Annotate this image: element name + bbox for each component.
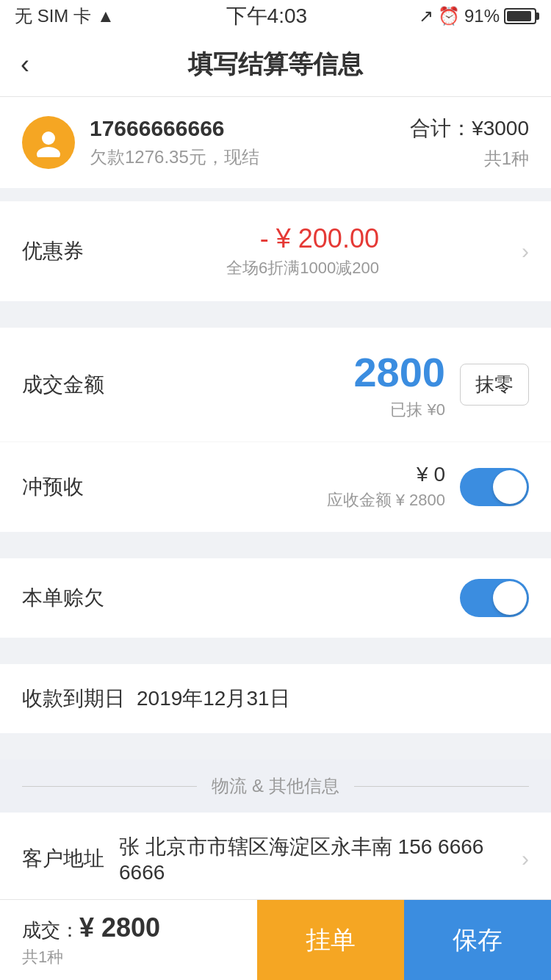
- debt-label: 本单赊欠: [22, 584, 104, 612]
- nav-bar: ‹ 填写结算等信息: [0, 32, 551, 97]
- total-value: ¥3000: [472, 117, 529, 140]
- bottom-bar: 成交：¥ 2800 共1种 挂单 保存: [0, 899, 551, 980]
- deal-amount-row: 成交金额 2800 已抹 ¥0 抹零: [0, 328, 551, 442]
- round-zero-button[interactable]: 抹零: [460, 364, 529, 406]
- divider-line-right: [354, 786, 529, 787]
- coupon-right: - ¥ 200.00 全场6折满1000减200: [226, 223, 379, 279]
- user-debt: 欠款1276.35元，现结: [90, 145, 259, 169]
- status-right: ↗ ⏰ 91%: [419, 6, 536, 26]
- back-button[interactable]: ‹: [21, 49, 29, 80]
- section-divider-3: [0, 651, 551, 664]
- coupon-row[interactable]: 优惠券 - ¥ 200.00 全场6折满1000减200 ›: [0, 201, 551, 301]
- battery-icon: [504, 8, 536, 24]
- address-chevron-icon: ›: [522, 846, 529, 871]
- avatar: [22, 116, 75, 169]
- prepay-right: ¥ 0 应收金额 ¥ 2800: [327, 463, 529, 511]
- address-value: 张 北京市市辖区海淀区永丰南 156 6666 6666: [119, 833, 522, 884]
- svg-point-0: [42, 131, 55, 145]
- toggle-knob: [493, 470, 527, 504]
- divider-line-left: [22, 786, 197, 787]
- bottom-deal-label: 成交：: [22, 919, 79, 941]
- section-divider-1: [0, 314, 551, 328]
- coupon-chevron-icon: ›: [522, 239, 529, 264]
- section-divider-4: [0, 746, 551, 760]
- svg-point-1: [37, 147, 60, 157]
- wifi-icon: ▲: [97, 6, 115, 26]
- deal-amount-sub: 已抹 ¥0: [353, 399, 445, 421]
- user-left: 17666666666 欠款1276.35元，现结: [22, 116, 259, 169]
- coupon-description: 全场6折满1000减200: [226, 257, 379, 279]
- deal-amount-value: 2800: [353, 348, 445, 396]
- logistics-divider: 物流 & 其他信息: [0, 760, 551, 813]
- user-info: 17666666666 欠款1276.35元，现结: [90, 116, 259, 169]
- prepay-row: 冲预收 ¥ 0 应收金额 ¥ 2800: [0, 442, 551, 532]
- address-section[interactable]: 客户地址 张 北京市市辖区海淀区永丰南 156 6666 6666 ›: [0, 813, 551, 905]
- address-label: 客户地址: [22, 845, 104, 873]
- carrier-text: 无 SIM 卡: [15, 4, 91, 28]
- user-right: 合计：¥3000 共1种: [410, 115, 529, 170]
- debt-toggle[interactable]: [460, 579, 529, 617]
- debt-toggle-knob: [493, 581, 527, 615]
- section-divider-2: [0, 545, 551, 558]
- alarm-icon: ⏰: [438, 6, 460, 26]
- deal-amount-value-block: 2800 已抹 ¥0: [353, 348, 445, 421]
- content-area: 17666666666 欠款1276.35元，现结 合计：¥3000 共1种 优…: [0, 97, 551, 980]
- save-button[interactable]: 保存: [404, 900, 551, 981]
- date-value: 2019年12月31日: [137, 685, 290, 713]
- prepay-value-block: ¥ 0 应收金额 ¥ 2800: [327, 463, 445, 511]
- status-time: 下午4:03: [226, 2, 308, 30]
- coupon-section: 优惠券 - ¥ 200.00 全场6折满1000减200 ›: [0, 201, 551, 301]
- prepay-receivable: 应收金额 ¥ 2800: [327, 489, 445, 511]
- total-amount: 合计：¥3000: [410, 115, 529, 143]
- page-title: 填写结算等信息: [188, 48, 363, 82]
- location-icon: ↗: [419, 6, 433, 26]
- logistics-label: 物流 & 其他信息: [197, 774, 353, 798]
- battery-percent: 91%: [464, 6, 500, 26]
- bottom-deal-amount: ¥ 2800: [79, 912, 160, 943]
- coupon-discount: - ¥ 200.00: [226, 223, 379, 254]
- debt-section: 本单赊欠: [0, 558, 551, 638]
- item-count: 共1种: [410, 147, 529, 170]
- status-bar: 无 SIM 卡 ▲ 下午4:03 ↗ ⏰ 91%: [0, 0, 551, 32]
- prepay-toggle[interactable]: [460, 468, 529, 506]
- prepay-amount: ¥ 0: [327, 463, 445, 486]
- deal-amount-label: 成交金额: [22, 371, 104, 399]
- date-section: 收款到期日 2019年12月31日: [0, 664, 551, 733]
- date-label: 收款到期日: [22, 685, 125, 713]
- status-left: 无 SIM 卡 ▲: [15, 4, 115, 28]
- user-phone: 17666666666: [90, 116, 259, 141]
- bottom-deal-row: 成交：¥ 2800: [22, 912, 235, 943]
- user-card: 17666666666 欠款1276.35元，现结 合计：¥3000 共1种: [0, 97, 551, 188]
- amount-section: 成交金额 2800 已抹 ¥0 抹零 冲预收 ¥ 0 应收金额 ¥ 2800: [0, 328, 551, 532]
- bottom-item-count: 共1种: [22, 946, 235, 968]
- hang-order-button[interactable]: 挂单: [257, 900, 404, 981]
- total-label: 合计：: [410, 117, 472, 140]
- bottom-summary: 成交：¥ 2800 共1种: [0, 912, 257, 968]
- prepay-label: 冲预收: [22, 473, 84, 501]
- deal-amount-right: 2800 已抹 ¥0 抹零: [353, 348, 529, 421]
- coupon-label: 优惠券: [22, 237, 84, 265]
